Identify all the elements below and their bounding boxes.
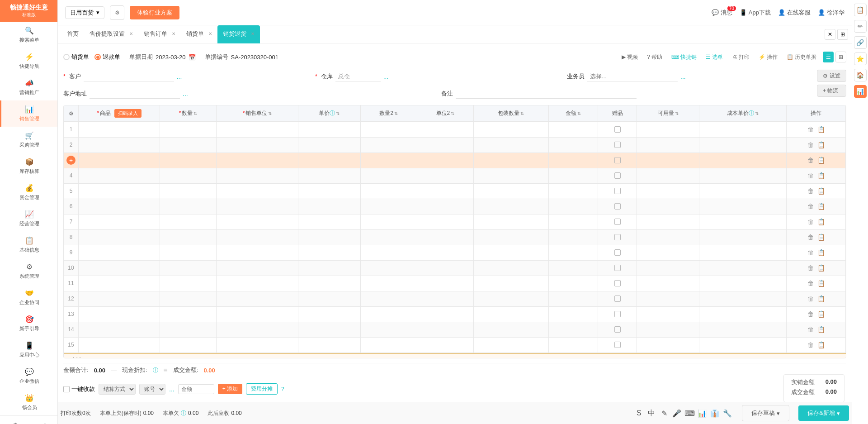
- settings-btn[interactable]: ⚙ 设置: [817, 70, 846, 82]
- cell-quantity-9[interactable]: [160, 245, 217, 260]
- cell-cost-price-11[interactable]: [699, 276, 786, 291]
- cell-sales-unit-6[interactable]: [217, 199, 298, 214]
- cell-gift-10[interactable]: [598, 260, 637, 276]
- copy-row-10[interactable]: 📋: [816, 263, 826, 272]
- video-btn[interactable]: ▶ 视频: [619, 52, 641, 62]
- cell-sales-unit-4[interactable]: [217, 168, 298, 183]
- cell-available-12[interactable]: [637, 291, 699, 306]
- cell-product-11[interactable]: [79, 276, 160, 291]
- cell-amount-3[interactable]: [548, 152, 598, 168]
- copy-row-12[interactable]: 📋: [816, 294, 826, 303]
- delete-row-10[interactable]: 🗑: [807, 263, 815, 272]
- cell-qty2-11[interactable]: [360, 276, 417, 291]
- cell-quantity-15[interactable]: [160, 337, 217, 353]
- cell-unit-price-3[interactable]: [298, 152, 361, 168]
- app-download-button[interactable]: 📱 App下载: [740, 9, 771, 17]
- gift-checkbox-15[interactable]: [614, 342, 621, 348]
- cell-unit2-5[interactable]: [417, 183, 473, 199]
- taskbar-icon-3[interactable]: ✎: [659, 408, 670, 419]
- cell-unit2-3[interactable]: [417, 152, 473, 168]
- select-btn[interactable]: ☰ 选单: [703, 52, 726, 62]
- delete-row-1[interactable]: 🗑: [807, 125, 815, 134]
- cell-product-14[interactable]: [79, 322, 160, 337]
- cell-gift-12[interactable]: [598, 291, 637, 306]
- cell-package-qty-7[interactable]: [474, 214, 549, 229]
- delete-row-9[interactable]: 🗑: [807, 248, 815, 257]
- cell-amount-2[interactable]: [548, 137, 598, 152]
- tab-sales-return[interactable]: 销货退货✕: [217, 25, 260, 43]
- copy-row-7[interactable]: 📋: [816, 217, 826, 226]
- cell-product-2[interactable]: [79, 137, 160, 152]
- once-info[interactable]: ⓘ: [181, 410, 186, 417]
- cell-quantity-12[interactable]: [160, 291, 217, 306]
- radio-sales-delivery[interactable]: 销货单: [63, 53, 89, 61]
- staff-input[interactable]: [587, 71, 678, 81]
- cell-gift-13[interactable]: [598, 306, 637, 322]
- one-click-checkbox[interactable]: [63, 386, 70, 392]
- copy-row-6[interactable]: 📋: [816, 202, 826, 211]
- unit2-sort-icon[interactable]: ⇅: [451, 111, 454, 116]
- right-btn-1[interactable]: 📋: [854, 4, 867, 16]
- history-btn[interactable]: 📋 历史单据: [784, 52, 819, 62]
- cell-package-qty-11[interactable]: [474, 276, 549, 291]
- add-payment-button[interactable]: + 添加: [218, 384, 242, 394]
- cell-quantity-14[interactable]: [160, 322, 217, 337]
- cell-unit-price-8[interactable]: [298, 229, 361, 245]
- cell-unit-price-12[interactable]: [298, 291, 361, 306]
- warehouse-input[interactable]: [335, 71, 381, 81]
- delete-row-3[interactable]: 🗑: [807, 156, 815, 165]
- gift-checkbox-5[interactable]: [614, 188, 621, 194]
- right-btn-4[interactable]: ⭐: [854, 52, 867, 65]
- account-select[interactable]: 账号: [139, 384, 165, 395]
- taskbar-icon-6[interactable]: 📊: [697, 408, 708, 419]
- sidebar-item-member[interactable]: 👑 畅会员: [0, 389, 57, 415]
- amount-sort-icon[interactable]: ⇅: [577, 111, 581, 116]
- cell-amount-9[interactable]: [548, 245, 598, 260]
- cell-quantity-7[interactable]: [160, 214, 217, 229]
- copy-row-9[interactable]: 📋: [816, 248, 826, 257]
- cell-sales-unit-2[interactable]: [217, 137, 298, 152]
- col-settings[interactable]: ⚙: [64, 105, 79, 122]
- gift-checkbox-9[interactable]: [614, 249, 621, 256]
- gear-button[interactable]: ⚙: [110, 5, 124, 20]
- copy-row-4[interactable]: 📋: [816, 171, 826, 180]
- fee-info-icon[interactable]: ?: [281, 386, 284, 392]
- cell-available-5[interactable]: [637, 183, 699, 199]
- cell-product-7[interactable]: [79, 214, 160, 229]
- remark-input[interactable]: [456, 89, 637, 99]
- cell-sales-unit-10[interactable]: [217, 260, 298, 276]
- cell-unit2-10[interactable]: [417, 260, 473, 276]
- cell-sales-unit-7[interactable]: [217, 214, 298, 229]
- cell-cost-price-7[interactable]: [699, 214, 786, 229]
- grid-view-btn[interactable]: ⊞: [835, 52, 846, 62]
- cell-amount-11[interactable]: [548, 276, 598, 291]
- right-btn-2[interactable]: ✏: [854, 20, 867, 33]
- experience-button[interactable]: 体验行业方案: [130, 6, 179, 19]
- cell-cost-price-1[interactable]: [699, 122, 786, 137]
- cell-quantity-13[interactable]: [160, 306, 217, 322]
- copy-row-8[interactable]: 📋: [816, 233, 826, 242]
- cell-quantity-1[interactable]: [160, 122, 217, 137]
- cell-sales-unit-1[interactable]: [217, 122, 298, 137]
- cell-amount-12[interactable]: [548, 291, 598, 306]
- tab-sales-order[interactable]: 销售订单✕: [138, 25, 181, 43]
- cell-sales-unit-15[interactable]: [217, 337, 298, 353]
- cell-unit2-2[interactable]: [417, 137, 473, 152]
- cell-qty2-15[interactable]: [360, 337, 417, 353]
- delete-row-5[interactable]: 🗑: [807, 186, 815, 195]
- delete-row-2[interactable]: 🗑: [807, 140, 815, 149]
- cell-package-qty-14[interactable]: [474, 322, 549, 337]
- delete-row-12[interactable]: 🗑: [807, 294, 815, 303]
- cell-gift-14[interactable]: [598, 322, 637, 337]
- gift-checkbox-10[interactable]: [614, 265, 621, 271]
- cell-unit2-11[interactable]: [417, 276, 473, 291]
- cell-qty2-13[interactable]: [360, 306, 417, 322]
- cell-sales-unit-14[interactable]: [217, 322, 298, 337]
- taskbar-icon-4[interactable]: 🎤: [671, 408, 682, 419]
- cell-cost-price-5[interactable]: [699, 183, 786, 199]
- address-dots[interactable]: ...: [183, 90, 188, 97]
- cost-sort-icon[interactable]: ⇅: [755, 111, 759, 116]
- address-input[interactable]: [90, 89, 180, 99]
- cell-unit-price-7[interactable]: [298, 214, 361, 229]
- cell-product-12[interactable]: [79, 291, 160, 306]
